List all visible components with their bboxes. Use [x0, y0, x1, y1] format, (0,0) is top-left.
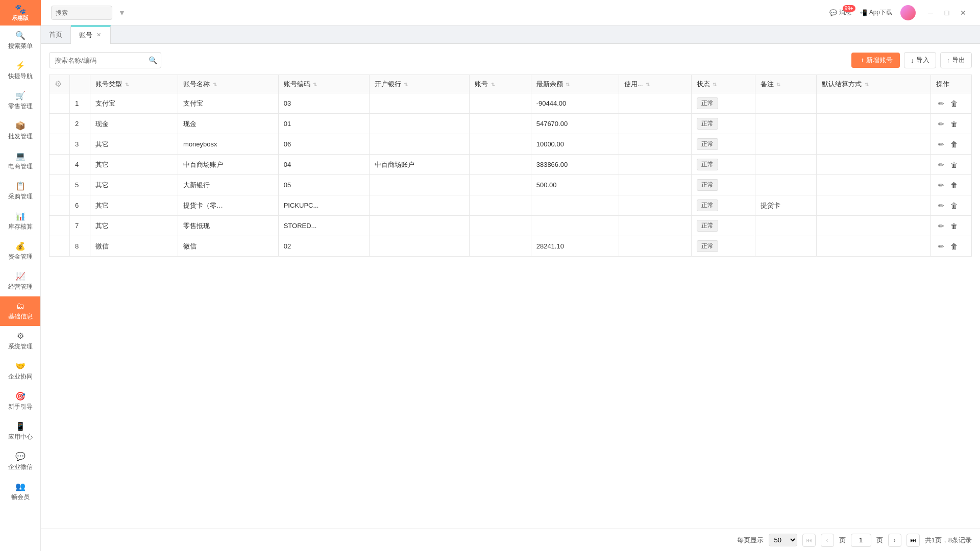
sidebar-label-wholesale: 批发管理: [8, 132, 33, 141]
page-size-select[interactable]: 50 100 200: [769, 534, 797, 546]
delete-button[interactable]: 🗑: [948, 201, 960, 211]
sidebar-item-retail[interactable]: 🛒 零售管理: [0, 86, 40, 116]
last-page-button[interactable]: ⏭: [906, 534, 920, 547]
row-default-settle: [817, 175, 931, 195]
maximize-button[interactable]: □: [940, 6, 953, 19]
col-action: 操作: [931, 75, 972, 93]
add-account-button[interactable]: + 新增账号: [851, 53, 900, 68]
row-name: 中百商场账户: [178, 155, 279, 175]
edit-button[interactable]: ✏: [936, 139, 946, 149]
row-name: 支付宝: [178, 93, 279, 114]
edit-button[interactable]: ✏: [936, 98, 946, 109]
tab-account[interactable]: 账号 ✕: [71, 26, 111, 44]
edit-button[interactable]: ✏: [936, 201, 946, 211]
sidebar-item-system[interactable]: ⚙ 系统管理: [0, 326, 40, 356]
prev-page-button[interactable]: ‹: [821, 534, 834, 547]
sidebar-item-basic-info[interactable]: 🗂 基础信息: [0, 296, 40, 326]
row-status: 正常: [691, 195, 755, 216]
table-body: 1 支付宝 支付宝 03 -90444.00 正常 ✏ 🗑 2 现金 现金 01…: [50, 93, 972, 257]
sidebar-label-ecommerce: 电商管理: [8, 162, 33, 171]
table-row: 3 其它 moneybosx 06 10000.00 正常 ✏ 🗑: [50, 134, 972, 155]
edit-button[interactable]: ✏: [936, 160, 946, 170]
enterprise-icon: 🤝: [15, 361, 26, 371]
sort-bank-icon: ⇅: [404, 82, 408, 87]
page-label: 页: [839, 536, 846, 545]
row-remark: [755, 114, 816, 134]
edit-button[interactable]: ✏: [936, 180, 946, 190]
delete-button[interactable]: 🗑: [948, 241, 960, 252]
sidebar-item-inventory[interactable]: 📊 库存核算: [0, 206, 40, 236]
row-bank: [369, 93, 470, 114]
delete-button[interactable]: 🗑: [948, 98, 960, 109]
row-balance: [531, 195, 619, 216]
sidebar-item-ecommerce[interactable]: 💻 电商管理: [0, 146, 40, 176]
top-search-input[interactable]: [51, 6, 112, 20]
sidebar-item-wechat[interactable]: 💬 企业微信: [0, 446, 40, 477]
row-status: 正常: [691, 236, 755, 257]
row-code: 04: [278, 155, 369, 175]
status-badge: 正常: [697, 199, 718, 211]
col-balance[interactable]: 最新余额 ⇅: [531, 75, 619, 93]
sidebar-item-operations[interactable]: 📈 经营管理: [0, 266, 40, 296]
next-page-button[interactable]: ›: [888, 534, 901, 547]
row-balance: 500.00: [531, 175, 619, 195]
export-button[interactable]: ↑ 导出: [940, 52, 972, 68]
row-remark: [755, 236, 816, 257]
delete-button[interactable]: 🗑: [948, 119, 960, 129]
edit-button[interactable]: ✏: [936, 241, 946, 252]
sidebar-item-wholesale[interactable]: 📦 批发管理: [0, 116, 40, 146]
import-label: 导入: [916, 56, 929, 65]
col-usage[interactable]: 使用... ⇅: [619, 75, 691, 93]
delete-button[interactable]: 🗑: [948, 180, 960, 190]
first-page-button[interactable]: ⏮: [802, 534, 816, 547]
col-remark[interactable]: 备注 ⇅: [755, 75, 816, 93]
page-input[interactable]: [851, 534, 871, 547]
row-status: 正常: [691, 155, 755, 175]
row-actions: ✏ 🗑: [931, 216, 972, 236]
col-account-no[interactable]: 账号 ⇅: [470, 75, 531, 93]
header-dropdown-icon[interactable]: ▼: [118, 9, 126, 17]
col-default-settle[interactable]: 默认结算方式 ⇅: [817, 75, 931, 93]
row-balance: 547670.00: [531, 114, 619, 134]
edit-button[interactable]: ✏: [936, 119, 946, 129]
tab-home[interactable]: 首页: [41, 26, 71, 44]
sidebar-item-app-center[interactable]: 📱 应用中心: [0, 416, 40, 446]
sidebar-item-finance[interactable]: 💰 资金管理: [0, 236, 40, 266]
row-usage: [619, 93, 691, 114]
sidebar-item-guide[interactable]: 🎯 新手引导: [0, 386, 40, 416]
minimize-button[interactable]: ─: [924, 6, 937, 19]
sidebar-item-enterprise[interactable]: 🤝 企业协同: [0, 356, 40, 386]
row-usage: [619, 216, 691, 236]
col-bank[interactable]: 开户银行 ⇅: [369, 75, 470, 93]
sidebar-item-search[interactable]: 🔍 搜索菜单: [0, 26, 40, 56]
import-icon: ↓: [911, 57, 914, 64]
delete-button[interactable]: 🗑: [948, 139, 960, 149]
tab-close-icon[interactable]: ✕: [95, 32, 102, 38]
edit-button[interactable]: ✏: [936, 221, 946, 231]
sidebar-item-quick-nav[interactable]: ⚡ 快捷导航: [0, 56, 40, 86]
sidebar-item-purchase[interactable]: 📋 采购管理: [0, 176, 40, 206]
row-actions: ✏ 🗑: [931, 175, 972, 195]
row-settings-cell: [50, 216, 70, 236]
col-type[interactable]: 账号类型 ⇅: [90, 75, 178, 93]
app-download-button[interactable]: 📲 App下载: [860, 8, 892, 17]
delete-button[interactable]: 🗑: [948, 160, 960, 170]
sidebar-label-basic-info: 基础信息: [8, 312, 33, 321]
row-balance: -90444.00: [531, 93, 619, 114]
close-window-button[interactable]: ✕: [957, 6, 970, 19]
search-input[interactable]: [49, 52, 161, 68]
sidebar-item-member[interactable]: 👥 畅会员: [0, 477, 40, 507]
col-status[interactable]: 状态 ⇅: [691, 75, 755, 93]
col-code[interactable]: 账号编码 ⇅: [278, 75, 369, 93]
message-button[interactable]: 💬 消息 99+: [829, 8, 851, 17]
col-name[interactable]: 账号名称 ⇅: [178, 75, 279, 93]
export-label: 导出: [952, 56, 965, 65]
basic-info-icon: 🗂: [16, 302, 24, 311]
column-settings-icon[interactable]: ⚙: [55, 80, 62, 88]
row-bank: [369, 216, 470, 236]
avatar[interactable]: [900, 5, 916, 20]
import-button[interactable]: ↓ 导入: [904, 52, 936, 68]
delete-button[interactable]: 🗑: [948, 221, 960, 231]
app-download-icon: 📲: [860, 9, 867, 16]
table-footer: 每页显示 50 100 200 ⏮ ‹ 页 页 › ⏭ 共1页，8条记录: [41, 529, 980, 551]
